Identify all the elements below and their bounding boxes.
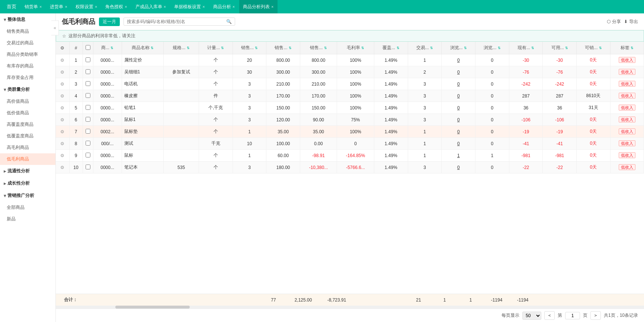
nav-purchase[interactable]: 进货单 ×	[46, 0, 71, 13]
td-settings[interactable]: ⚙	[56, 126, 69, 138]
td-check[interactable]	[83, 138, 93, 150]
td-settings[interactable]: ⚙	[56, 54, 69, 66]
sidebar-item-new-products[interactable]: 新品	[0, 213, 55, 225]
td-settings[interactable]: ⚙	[56, 114, 69, 126]
nav-product-entry-close[interactable]: ×	[164, 4, 166, 9]
td-view1[interactable]: 0	[442, 66, 475, 78]
th-view2[interactable]: 浏览... ⇅	[475, 42, 509, 54]
sidebar-group-general[interactable]: ▾ 整体信息	[0, 13, 55, 26]
td-settings[interactable]: ⚙	[56, 90, 69, 102]
td-view1[interactable]: 0	[442, 78, 475, 90]
search-input[interactable]	[127, 19, 226, 24]
th-trade[interactable]: 交易... ⇅	[408, 42, 442, 54]
td-check[interactable]	[83, 126, 93, 138]
sidebar-item-category-rate[interactable]: 商品分类助销率	[0, 49, 55, 60]
th-sales-profit[interactable]: 销售... ⇅	[300, 42, 337, 54]
nav-roles-close[interactable]: ×	[125, 4, 127, 9]
sidebar-group-cluster[interactable]: ▾ 类群量分析	[0, 83, 55, 96]
scrollbar-thumb[interactable]	[115, 306, 190, 309]
th-tag[interactable]: 标签 ⇅	[610, 42, 644, 54]
td-check[interactable]	[83, 54, 93, 66]
td-settings[interactable]: ⚙	[56, 78, 69, 90]
td-view1[interactable]: 0	[442, 162, 475, 173]
sidebar-item-high-value[interactable]: 高价值商品	[0, 96, 55, 107]
td-settings[interactable]: ⚙	[56, 150, 69, 162]
td-check[interactable]	[83, 150, 93, 162]
th-settings[interactable]: ⚙	[56, 42, 69, 54]
row-checkbox[interactable]	[86, 105, 90, 110]
sidebar-group-flow[interactable]: ▸ 流通性分析	[0, 165, 55, 177]
td-check[interactable]	[83, 66, 93, 78]
time-filter-button[interactable]: 近一月	[99, 17, 120, 26]
nav-home[interactable]: 首页	[3, 0, 20, 13]
nav-roles[interactable]: 角色授权 ×	[102, 0, 131, 13]
row-checkbox[interactable]	[86, 57, 90, 62]
td-view1[interactable]: 0	[442, 126, 475, 138]
select-all-checkbox[interactable]	[86, 45, 90, 50]
next-page-button[interactable]: ＞	[590, 311, 601, 320]
sidebar-group-marketing[interactable]: ▾ 营销推广分析	[0, 189, 55, 202]
sidebar-item-low-margin[interactable]: 低毛利商品	[0, 153, 55, 165]
td-check[interactable]	[83, 162, 93, 173]
row-checkbox[interactable]	[86, 69, 90, 74]
th-sales-price[interactable]: 销售... ⇅	[266, 42, 300, 54]
nav-permissions-close[interactable]: ×	[95, 4, 97, 9]
export-button[interactable]: ⬇ 导出	[624, 19, 638, 25]
nav-product-analysis-list-close[interactable]: ×	[271, 4, 273, 9]
td-view1[interactable]: 0	[442, 114, 475, 126]
td-view1[interactable]: 0	[442, 102, 475, 114]
td-settings[interactable]: ⚙	[56, 102, 69, 114]
sidebar-item-traded-products[interactable]: 交易过的商品	[0, 37, 55, 49]
row-checkbox[interactable]	[86, 93, 90, 98]
th-unit[interactable]: 计量... ⇅	[199, 42, 233, 54]
th-coverage[interactable]: 覆盖... ⇅	[374, 42, 408, 54]
share-button[interactable]: ⬡ 分享	[607, 19, 621, 25]
th-sellable[interactable]: 可销... ⇅	[577, 42, 611, 54]
sidebar-item-low-value[interactable]: 低价值商品	[0, 107, 55, 119]
row-checkbox[interactable]	[86, 165, 90, 169]
sidebar-item-all-products[interactable]: 全部商品	[0, 202, 55, 213]
sidebar-item-inventory-capital[interactable]: 库存资金占用	[0, 72, 55, 83]
nav-permissions[interactable]: 权限设置 ×	[72, 0, 101, 13]
td-settings[interactable]: ⚙	[56, 66, 69, 78]
sidebar-group-growth[interactable]: ▸ 成长性分析	[0, 177, 55, 189]
row-checkbox[interactable]	[86, 81, 90, 86]
td-view1[interactable]: 0	[442, 138, 475, 150]
nav-sales[interactable]: 销货单 ×	[21, 0, 45, 13]
nav-purchase-close[interactable]: ×	[65, 4, 67, 9]
td-view1[interactable]: 0	[442, 54, 475, 66]
td-settings[interactable]: ⚙	[56, 162, 69, 173]
nav-product-analysis-close[interactable]: ×	[233, 4, 235, 9]
td-check[interactable]	[83, 78, 93, 90]
nav-product-analysis[interactable]: 商品分析 ×	[209, 0, 238, 13]
sidebar-item-stocked-products[interactable]: 有库存的商品	[0, 60, 55, 72]
page-number-input[interactable]	[565, 312, 580, 319]
row-checkbox[interactable]	[86, 153, 90, 157]
td-view1[interactable]: 1	[442, 150, 475, 162]
nav-product-analysis-list[interactable]: 商品分析列表 ×	[239, 0, 277, 13]
th-current[interactable]: 现有... ⇅	[509, 42, 543, 54]
row-checkbox[interactable]	[86, 141, 90, 146]
th-view1[interactable]: 浏览... ⇅	[442, 42, 475, 54]
td-check[interactable]	[83, 102, 93, 114]
sidebar-item-sales-products[interactable]: 销售类商品	[0, 26, 55, 37]
nav-product-entry[interactable]: 产成品入库单 ×	[132, 0, 170, 13]
search-icon[interactable]: 🔍	[226, 19, 232, 24]
row-checkbox[interactable]	[86, 129, 90, 134]
th-margin-rate[interactable]: 毛利率 ⇅	[337, 42, 374, 54]
sidebar-collapse-button[interactable]: «	[51, 20, 59, 35]
th-sales-qty[interactable]: 销售... ⇅	[233, 42, 266, 54]
th-spec[interactable]: 规格... ⇅	[164, 42, 199, 54]
nav-sales-close[interactable]: ×	[39, 4, 42, 9]
sidebar-item-low-coverage[interactable]: 低覆盖度商品	[0, 130, 55, 142]
th-code[interactable]: 商... ⇅	[93, 42, 122, 54]
sidebar-item-high-coverage[interactable]: 高覆盖度商品	[0, 119, 55, 130]
nav-template[interactable]: 单据模板设置 ×	[170, 0, 208, 13]
th-name[interactable]: 商品名称 ⇅	[122, 42, 163, 54]
prev-page-button[interactable]: ＜	[544, 311, 555, 320]
td-check[interactable]	[83, 90, 93, 102]
nav-template-close[interactable]: ×	[202, 4, 205, 9]
th-available[interactable]: 可用... ⇅	[543, 42, 577, 54]
horizontal-scrollbar[interactable]	[56, 306, 644, 309]
row-checkbox[interactable]	[86, 117, 90, 122]
